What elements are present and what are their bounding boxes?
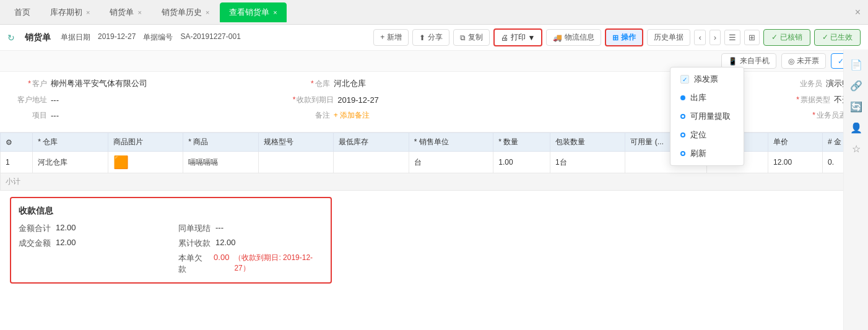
col-warehouse[interactable]: * 仓库 <box>33 133 108 152</box>
list-view-button[interactable]: ☰ <box>724 30 740 45</box>
subtotal-row: 小计 <box>1 173 868 191</box>
cumulative-receipt-value: 12.00 <box>215 238 236 249</box>
operation-dropdown: ✓ 添发票 出库 可用量提取 定位 刷新 <box>670 67 744 166</box>
payment-due-value: 2019-12-27 <box>337 95 379 105</box>
col-unit-price[interactable]: 单价 <box>768 133 823 152</box>
operation-button[interactable]: ⊞ 操作 <box>605 28 643 46</box>
locate-item[interactable]: 定位 <box>671 126 744 144</box>
customer-addr-label: 客户地址 <box>10 95 47 105</box>
col-product-image[interactable]: 商品图片 <box>108 133 183 152</box>
refresh-item[interactable]: 刷新 <box>671 144 744 163</box>
operator-label: 业务员 <box>785 79 822 89</box>
sidebar-refresh-icon[interactable]: 🔄 <box>846 97 866 116</box>
col-spec[interactable]: 规格型号 <box>258 133 334 152</box>
right-sidebar: 📄 🔗 🔄 👤 ☆ ⛶ <box>843 50 868 330</box>
tab-inventory-init-close[interactable]: × <box>86 9 90 16</box>
doc-number-value: SA-20191227-001 <box>180 32 240 43</box>
tab-home[interactable]: 首页 <box>5 2 40 22</box>
remark-field: 备注 + 添加备注 <box>293 110 576 121</box>
copy-button[interactable]: ⧉ 复制 <box>453 29 490 46</box>
payment-title: 收款信息 <box>19 206 323 217</box>
out-warehouse-label: 出库 <box>690 92 706 103</box>
sidebar-link-icon[interactable]: 🔗 <box>846 76 866 95</box>
tab-sales-order[interactable]: 销货单 × <box>100 2 150 22</box>
tab-sales-order-close[interactable]: × <box>137 9 141 16</box>
cumulative-receipt-item: 累计收款 12.00 <box>178 238 323 249</box>
grid-view-button[interactable]: ⊞ <box>744 30 760 45</box>
current-balance-label: 本单欠款 <box>178 253 209 275</box>
tab-sales-history-close[interactable]: × <box>206 9 209 16</box>
cell-no: 1 <box>1 152 33 173</box>
cell-unit-price: 12.00 <box>768 152 823 173</box>
customer-value: 柳州粤港平安气体有限公司 <box>51 78 147 89</box>
total-amount-item: 金额合计 12.00 <box>19 223 163 234</box>
print-dropdown-icon: ▼ <box>528 33 536 42</box>
warehouse-field: 仓库 河北仓库 <box>293 78 576 89</box>
transaction-amount-item: 成交金额 12.00 <box>19 238 163 249</box>
new-button[interactable]: + 新增 <box>373 29 408 46</box>
print-label: 打印 <box>511 32 526 43</box>
tab-sales-history[interactable]: 销货单历史 × <box>152 2 219 22</box>
share-icon: ⬆ <box>419 33 425 42</box>
total-amount-label: 金额合计 <box>19 223 51 234</box>
sidebar-doc-icon[interactable]: 📄 <box>846 54 866 74</box>
sidebar-person-icon[interactable]: 👤 <box>846 118 866 137</box>
add-invoice-checkbox-icon: ✓ <box>680 75 689 84</box>
col-package-qty[interactable]: 包装数量 <box>550 133 625 152</box>
tab-view-sales[interactable]: 查看销货单 × <box>220 2 286 22</box>
cell-product-image: 🟧 <box>108 152 183 173</box>
cell-spec <box>258 152 334 173</box>
col-sales-unit[interactable]: * 销售单位 <box>409 133 493 152</box>
from-phone-label: 来自手机 <box>740 56 770 66</box>
col-settings[interactable]: ⚙ <box>1 133 33 152</box>
next-button[interactable]: › <box>710 30 721 45</box>
project-field: 项目 --- <box>10 110 293 121</box>
phone-icon: 📱 <box>728 57 737 66</box>
not-open-invoice-button[interactable]: ◎ 未开票 <box>781 53 826 69</box>
add-remark-button[interactable]: + 添加备注 <box>334 110 370 121</box>
doc-number-label: 单据编号 <box>143 32 173 43</box>
doc-refresh-icon: ↻ <box>7 33 15 43</box>
prev-button[interactable]: ‹ <box>694 30 705 45</box>
locate-label: 定位 <box>690 129 706 141</box>
payment-section: 收款信息 金额合计 12.00 同单现结 --- 成交金额 12.00 累计收款… <box>10 197 332 284</box>
close-all-button[interactable]: × <box>855 7 861 18</box>
cumulative-receipt-label: 累计收款 <box>178 238 210 249</box>
locate-dot-icon <box>680 132 685 137</box>
logistics-button[interactable]: 🚚 物流信息 <box>546 29 601 46</box>
tab-sales-order-label: 销货单 <box>110 7 134 18</box>
logistics-icon: 🚚 <box>553 33 562 42</box>
payment-grid: 金额合计 12.00 同单现结 --- 成交金额 12.00 累计收款 12.0… <box>19 223 323 275</box>
refresh-label: 刷新 <box>690 148 706 159</box>
tab-inventory-init[interactable]: 库存期初 × <box>41 2 99 22</box>
subtotal-label: 小计 <box>1 173 868 191</box>
cell-product: 嗝嗝嗝嗝 <box>183 152 259 173</box>
print-button[interactable]: 🖨 打印 ▼ <box>493 28 543 46</box>
cell-warehouse: 河北仓库 <box>33 152 108 173</box>
available-extract-item[interactable]: 可用量提取 <box>671 107 744 126</box>
sidebar-star-icon[interactable]: ☆ <box>846 139 866 158</box>
project-value: --- <box>51 111 59 120</box>
out-warehouse-item[interactable]: 出库 <box>671 89 744 107</box>
tab-view-sales-label: 查看销货单 <box>229 7 269 18</box>
tab-sales-history-label: 销货单历史 <box>162 7 202 18</box>
remark-label: 备注 <box>293 110 330 121</box>
logistics-label: 物流信息 <box>565 32 594 43</box>
col-min-stock[interactable]: 最低库存 <box>334 133 409 152</box>
doc-meta: 单据日期 2019-12-27 单据编号 SA-20191227-001 <box>61 32 241 43</box>
payment-due-field: 收款到期日 2019-12-27 <box>293 94 576 105</box>
col-product[interactable]: * 商品 <box>183 133 259 152</box>
cell-min-stock <box>334 152 409 173</box>
tab-view-sales-close[interactable]: × <box>273 9 277 16</box>
already-cancelled-button[interactable]: ✓ 已核销 <box>763 29 810 46</box>
transaction-amount-value: 12.00 <box>56 238 76 249</box>
add-invoice-item[interactable]: ✓ 添发票 <box>671 70 744 89</box>
toolbar-actions: + 新增 ⬆ 分享 ⧉ 复制 🖨 打印 ▼ 🚚 物流信息 <box>373 28 861 46</box>
already-effective-button[interactable]: ✓ 已生效 <box>814 29 861 46</box>
tab-home-label: 首页 <box>14 7 30 18</box>
share-button[interactable]: ⬆ 分享 <box>412 29 449 46</box>
col-quantity[interactable]: * 数量 <box>493 133 550 152</box>
refresh-dot-icon <box>680 151 685 156</box>
history-doc-button[interactable]: 历史单据 <box>647 29 690 46</box>
customer-field: 客户 柳州粤港平安气体有限公司 <box>10 78 293 89</box>
